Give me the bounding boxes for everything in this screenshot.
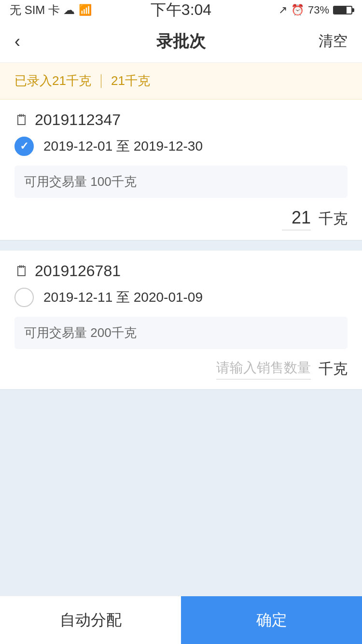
batch-1-quantity-row: 21 千克: [0, 198, 362, 241]
batch-1-header: 🗒 2019112347: [14, 111, 348, 129]
batch-2-placeholder: 请输入销售数量: [216, 360, 311, 375]
batch-1-unit: 千克: [319, 209, 348, 229]
batch-1-id: 2019112347: [35, 111, 121, 129]
batch-1-quantity-value[interactable]: 21: [282, 208, 311, 230]
content-area: 🗒 2019112347 2019-12-01 至 2019-12-30 可用交…: [0, 99, 362, 644]
recorded-amount-label: 已录入21千克: [14, 72, 91, 89]
batch-2-icon: 🗒: [14, 263, 29, 280]
alarm-icon: ⏰: [291, 4, 304, 16]
batch-2-date-row: 2019-12-11 至 2020-01-09: [14, 288, 348, 307]
clear-button[interactable]: 清空: [319, 31, 348, 51]
batch-1-radio[interactable]: [14, 137, 34, 156]
batch-2-quantity-input[interactable]: 请输入销售数量: [216, 359, 311, 379]
total-amount-value: 21千克: [111, 72, 150, 89]
batch-1-icon: 🗒: [14, 112, 29, 128]
batch-2-availability: 可用交易量 200千克: [14, 317, 348, 349]
page-title: 录批次: [156, 30, 206, 53]
batch-1-availability: 可用交易量 100千克: [14, 166, 348, 198]
battery-icon: [333, 6, 352, 14]
batch-item-2: 🗒 2019126781 2019-12-11 至 2020-01-09 可用交…: [0, 251, 362, 390]
status-left: 无 SIM 卡 ☁ 📶: [10, 2, 92, 18]
status-right: ↗ ⏰ 73%: [278, 4, 352, 16]
batch-1-date-row: 2019-12-01 至 2019-12-30: [14, 137, 348, 156]
sim-label: 无 SIM 卡 ☁: [10, 2, 75, 18]
status-time: 下午3:04: [151, 0, 211, 21]
batch-1-quantity-input-area[interactable]: 21: [282, 208, 311, 230]
batch-2-unit: 千克: [319, 359, 348, 379]
batch-1-date: 2019-12-01 至 2019-12-30: [43, 137, 203, 155]
section-separator: [0, 241, 362, 251]
confirm-button[interactable]: 确定: [181, 596, 362, 644]
info-banner: 已录入21千克 21千克: [0, 63, 362, 99]
status-bar: 无 SIM 卡 ☁ 📶 下午3:04 ↗ ⏰ 73%: [0, 0, 362, 20]
back-button[interactable]: ‹: [14, 31, 43, 52]
battery-percent: 73%: [308, 4, 329, 16]
batch-2-header: 🗒 2019126781: [14, 262, 348, 280]
location-icon: ↗: [278, 4, 287, 16]
batch-item-1: 🗒 2019112347 2019-12-01 至 2019-12-30 可用交…: [0, 99, 362, 198]
wifi-icon: 📶: [79, 4, 92, 16]
info-divider: [101, 74, 101, 88]
batch-2-radio[interactable]: [14, 288, 34, 307]
nav-bar: ‹ 录批次 清空: [0, 20, 362, 63]
batch-2-input-row: 请输入销售数量 千克: [0, 349, 362, 390]
empty-area: [0, 390, 362, 622]
auto-distribute-button[interactable]: 自动分配: [0, 596, 181, 644]
batch-2-date: 2019-12-11 至 2020-01-09: [43, 288, 203, 307]
batch-2-id: 2019126781: [35, 262, 121, 280]
batch-2-content: 🗒 2019126781 2019-12-11 至 2020-01-09 可用交…: [0, 251, 362, 349]
bottom-bar: 自动分配 确定: [0, 596, 362, 644]
